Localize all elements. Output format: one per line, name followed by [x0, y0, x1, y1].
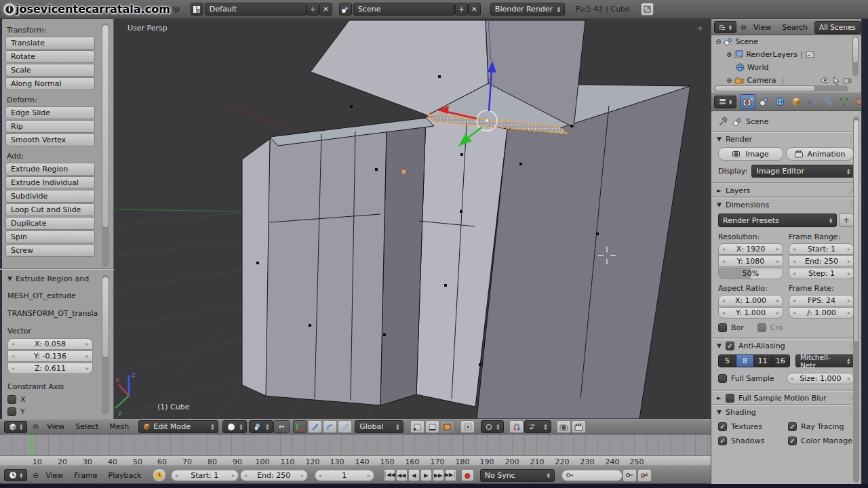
collapse-menus-icon[interactable]: ⊖ — [741, 23, 747, 32]
playhead[interactable] — [31, 434, 33, 456]
window-duplicate-icon[interactable] — [641, 3, 654, 16]
timeline-view-menu[interactable]: View — [40, 471, 68, 480]
jump-to-start-button[interactable]: ⏐◀◀ — [384, 469, 395, 481]
current-frame-field[interactable]: ◂1▸ — [315, 470, 374, 481]
pin-icon[interactable] — [718, 117, 728, 127]
selectability-cursor-icon[interactable] — [833, 77, 840, 85]
tab-render[interactable] — [740, 94, 755, 109]
viewport-shading-selector[interactable]: ▲▼ — [222, 420, 247, 433]
smooth-vertex-button[interactable]: Smooth Vertex — [5, 134, 95, 146]
outliner-hscrollbar[interactable] — [714, 85, 848, 92]
expand-icon[interactable]: ⊕ — [726, 77, 732, 84]
frame-step-field[interactable]: ◂Step: 1▸ — [789, 268, 854, 279]
record-button[interactable]: ● — [461, 469, 474, 481]
render-section-header[interactable]: ▼ Render — [711, 133, 861, 145]
frame-start-field[interactable]: ◂Start: 1▸ — [789, 243, 854, 255]
prev-keyframe-button[interactable]: ◀◀ — [396, 469, 408, 481]
opengl-render-image-button[interactable] — [557, 420, 571, 433]
motion-blur-section-header[interactable]: ► ✓ Full Sample Motion Blur — [711, 392, 861, 404]
scene-selector[interactable]: Scene — [353, 3, 455, 16]
snap-element-selector[interactable]: ▲▼ — [524, 420, 551, 433]
antialiasing-checkbox[interactable]: ✓ — [726, 342, 734, 350]
edge-slide-button[interactable]: Edge Slide — [5, 106, 95, 119]
editor-type-3dview[interactable]: ▲▼ — [4, 421, 27, 433]
translate-button[interactable]: Translate — [5, 37, 95, 49]
tab-world[interactable] — [772, 94, 788, 109]
edge-select-button[interactable] — [425, 420, 439, 433]
fps-field[interactable]: ◂FPS: 24▸ — [789, 295, 854, 306]
frame-start-field[interactable]: ◂Start: 1▸ — [171, 470, 239, 481]
aa-size-field[interactable]: ◂Size: 1.000▸ — [787, 373, 854, 384]
resolution-x-field[interactable]: ◂X: 1920▸ — [718, 243, 783, 255]
aa-filter-selector[interactable]: Mitchell-Netr▲▼ — [795, 354, 854, 367]
layout-browse-icon[interactable] — [191, 3, 203, 16]
outliner-item-world[interactable]: World — [711, 61, 861, 74]
outliner-view-menu[interactable]: View — [748, 23, 776, 32]
vertex-select-button[interactable] — [410, 420, 425, 433]
dimensions-section-header[interactable]: ▼ Dimensions — [711, 199, 861, 211]
aa-sample-11[interactable]: 11 — [754, 355, 772, 367]
visibility-eye-icon[interactable] — [821, 77, 830, 83]
along-normal-button[interactable]: Along Normal — [5, 77, 95, 90]
view-menu[interactable]: View — [41, 422, 70, 431]
scene-close-button[interactable]: ✕ — [468, 3, 481, 16]
snap-magnet-button[interactable] — [509, 420, 524, 433]
screw-button[interactable]: Screw — [5, 244, 95, 257]
layout-add-button[interactable]: + — [307, 3, 319, 16]
timeline-track[interactable] — [0, 434, 711, 456]
resolution-y-field[interactable]: ◂Y: 1080▸ — [718, 256, 783, 267]
play-reverse-button[interactable]: ◀ — [408, 469, 420, 481]
rip-button[interactable]: Rip — [5, 120, 95, 133]
collapse-menus-icon[interactable]: ⊖ — [33, 471, 39, 480]
crop-checkbox[interactable]: ✓ — [757, 323, 766, 332]
resolution-pct-slider[interactable]: 50% — [718, 268, 783, 279]
next-keyframe-button[interactable]: ▶▶ — [433, 469, 444, 481]
frame-end-field[interactable]: ◂End: 250▸ — [240, 470, 308, 481]
loop-cut-button[interactable]: Loop Cut and Slide — [5, 203, 95, 216]
editor-type-outliner[interactable]: ▲▼ — [714, 21, 736, 33]
timeline-playback-menu[interactable]: Playback — [103, 471, 147, 480]
insert-keyframe-button[interactable] — [623, 469, 637, 482]
frame-end-field[interactable]: ◂End: 250▸ — [789, 256, 854, 267]
editor-type-timeline[interactable]: ▲▼ — [4, 469, 27, 481]
tab-material-partial[interactable] — [853, 94, 861, 109]
opengl-render-anim-button[interactable] — [572, 420, 586, 433]
renderability-camera-icon[interactable] — [843, 77, 852, 84]
outliner-filter-selector[interactable]: All Scenes — [814, 21, 861, 34]
vector-z-field[interactable]: ◂Z: 0.611▸ — [7, 363, 93, 374]
vector-y-field[interactable]: ◂Y: -0.136▸ — [7, 350, 93, 362]
raytracing-checkbox[interactable]: ✓ — [788, 422, 797, 431]
aa-sample-16[interactable]: 16 — [772, 355, 789, 367]
mode-selector[interactable]: Edit Mode▲▼ — [138, 420, 218, 433]
constraint-x-checkbox[interactable]: ✓ — [7, 395, 16, 404]
rotate-button[interactable]: Rotate — [5, 50, 95, 63]
scene-browse-icon[interactable] — [339, 3, 352, 16]
aspect-x-field[interactable]: ◂X: 1.000▸ — [718, 295, 783, 306]
aa-sample-5[interactable]: 5 — [719, 355, 736, 367]
tab-modifiers[interactable] — [821, 94, 836, 109]
outliner-vscrollbar[interactable] — [852, 37, 859, 76]
shading-section-header[interactable]: ▼ Shading — [711, 406, 861, 418]
layout-close-button[interactable]: ✕ — [319, 3, 332, 16]
manipulator-translate-button[interactable] — [293, 420, 307, 433]
render-engine-selector[interactable]: Blender Render▲▼ — [490, 3, 565, 16]
outliner-item-scene[interactable]: ⊖ Scene — [711, 35, 861, 48]
keying-set-field[interactable] — [561, 470, 623, 481]
play-button[interactable]: ▶ — [420, 469, 432, 481]
render-image-button[interactable]: Image — [718, 147, 783, 161]
operator-scrollbar[interactable] — [102, 275, 109, 415]
limit-visible-button[interactable] — [460, 420, 475, 433]
outliner-item-renderlayers[interactable]: ⊕ RenderLayers | — [711, 48, 861, 61]
collapse-icon[interactable]: ⊖ — [715, 38, 721, 45]
use-preview-range-button[interactable] — [153, 468, 166, 482]
mesh-menu[interactable]: Mesh — [104, 422, 134, 431]
pivot-point-selector[interactable]: ▲▼ — [249, 420, 273, 433]
preset-add-button[interactable]: + — [839, 214, 854, 227]
tab-scene[interactable] — [756, 94, 772, 109]
scale-button[interactable]: Scale — [5, 64, 95, 77]
viewport-3d[interactable]: z x y User Persp (1) Cube + — [114, 19, 711, 419]
editor-type-properties[interactable]: ▲▼ — [714, 96, 736, 108]
motion-blur-checkbox[interactable]: ✓ — [726, 394, 734, 403]
aa-sample-8[interactable]: 8 — [736, 355, 754, 367]
full-sample-checkbox[interactable]: ✓ — [718, 374, 727, 383]
